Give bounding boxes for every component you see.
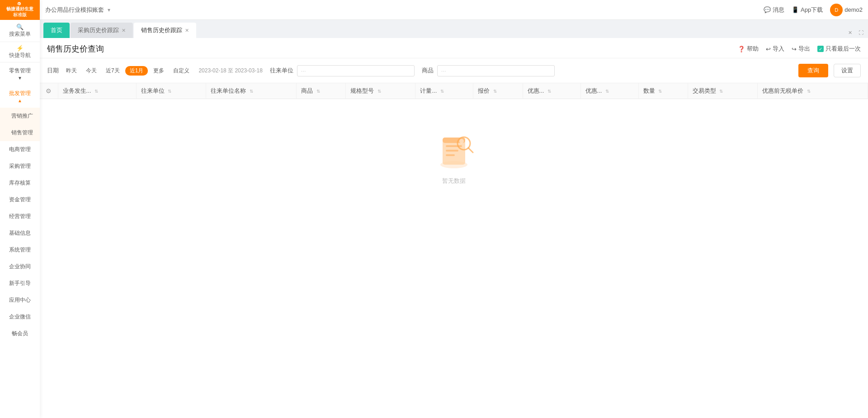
sidebar-item-wechat[interactable]: 企业微信	[0, 309, 40, 325]
sidebar-item-finance[interactable]: 资金管理	[0, 191, 40, 208]
import-icon: ↩	[766, 46, 771, 52]
message-button[interactable]: 💬 消息	[764, 6, 784, 14]
svg-line-9	[468, 148, 473, 152]
wholesale-label: 批发管理	[9, 90, 31, 97]
sidebar-item-operations[interactable]: 经营管理	[0, 208, 40, 225]
sort-icon-quoted-price: ⇅	[493, 89, 497, 94]
page-header-actions: ❓ 帮助 ↩ 导入 ↪ 导出 ✓ 只看最后一次	[738, 45, 861, 53]
app-name: 畅捷通好生意	[6, 6, 33, 12]
th-business-date[interactable]: 业务发生... ⇅	[58, 83, 136, 99]
th-settings[interactable]: ⚙	[40, 83, 58, 99]
th-discount1[interactable]: 优惠... ⇅	[523, 83, 580, 99]
th-transaction-type[interactable]: 交易类型 ⇅	[688, 83, 757, 99]
app-download-button[interactable]: 📱 App下载	[792, 6, 823, 14]
member-label: 畅会员	[12, 330, 28, 337]
sidebar-item-system[interactable]: 系统管理	[0, 242, 40, 258]
date-option-yesterday[interactable]: 昨天	[62, 66, 80, 76]
sidebar-item-purchase[interactable]: 采购管理	[0, 158, 40, 175]
purchase-label: 采购管理	[9, 162, 31, 170]
empty-illustration	[431, 126, 476, 171]
th-counterparty-code-label: 往来单位	[141, 87, 165, 94]
topbar-title: 办公用品行业模拟账套	[45, 6, 104, 14]
sidebar-item-wholesale[interactable]: 批发管理 ▲	[0, 85, 40, 108]
th-quantity[interactable]: 数量 ⇅	[638, 83, 688, 99]
help-label: 帮助	[747, 45, 759, 53]
tab-purchase-close[interactable]: ✕	[122, 28, 126, 33]
user-avatar-area[interactable]: D demo2	[830, 4, 863, 16]
query-button[interactable]: 查询	[798, 64, 828, 77]
product-label: 商品	[422, 66, 434, 75]
tab-sales-history[interactable]: 销售历史价跟踪 ✕	[134, 23, 196, 38]
sidebar-item-retail[interactable]: 零售管理 ▼	[0, 62, 40, 85]
sidebar-item-newbie[interactable]: 新手引导	[0, 275, 40, 292]
system-label: 系统管理	[9, 246, 31, 254]
import-button[interactable]: ↩ 导入	[766, 45, 784, 53]
product-input[interactable]: ···	[437, 65, 555, 76]
th-pretax-price-label: 优惠前无税单价	[762, 87, 803, 94]
th-unit[interactable]: 计量... ⇅	[415, 83, 473, 99]
counterparty-placeholder: ···	[301, 67, 306, 74]
svg-rect-5	[446, 145, 462, 147]
date-option-today[interactable]: 今天	[82, 66, 100, 76]
tab-home[interactable]: 首页	[43, 23, 70, 38]
counterparty-input[interactable]: ···	[297, 65, 415, 76]
date-option-custom[interactable]: 自定义	[170, 66, 193, 76]
newbie-label: 新手引导	[9, 280, 31, 287]
th-discount2-label: 优惠...	[585, 87, 602, 94]
sidebar-item-marketing[interactable]: 营销推广	[0, 108, 40, 124]
svg-point-10	[459, 139, 464, 143]
topbar-dropdown[interactable]: ▾	[108, 7, 110, 13]
th-counterparty-name[interactable]: 往来单位名称 ⇅	[206, 83, 297, 99]
date-option-7days[interactable]: 近7天	[102, 66, 123, 76]
th-quantity-label: 数量	[643, 87, 655, 94]
empty-state: 暂无数据	[40, 99, 868, 212]
sidebar-item-ecommerce[interactable]: 电商管理	[0, 141, 40, 158]
sidebar-item-sales[interactable]: 销售管理	[0, 124, 40, 141]
tab-sales-close[interactable]: ✕	[185, 28, 189, 33]
enterprise-label: 企业协同	[9, 263, 31, 271]
help-button[interactable]: ❓ 帮助	[738, 45, 759, 53]
main-area: 办公用品行业模拟账套 ▾ 💬 消息 📱 App下载 D demo2 首页	[40, 0, 868, 418]
th-business-date-label: 业务发生...	[63, 87, 91, 94]
th-spec[interactable]: 规格型号 ⇅	[346, 83, 415, 99]
sidebar-item-basic[interactable]: 基础信息	[0, 225, 40, 242]
date-option-1month[interactable]: 近1月	[125, 66, 148, 76]
date-option-more[interactable]: 更多	[150, 66, 168, 76]
sidebar-item-inventory[interactable]: 库存核算	[0, 175, 40, 191]
window-maximize-button[interactable]: ⛶	[857, 29, 864, 36]
table-header-row: ⚙ 业务发生... ⇅ 往来单位 ⇅ 往来单位名称 ⇅	[40, 83, 868, 99]
table-container: ⚙ 业务发生... ⇅ 往来单位 ⇅ 往来单位名称 ⇅	[40, 83, 868, 418]
th-discount2[interactable]: 优惠... ⇅	[580, 83, 638, 99]
sidebar-item-appstore[interactable]: 应用中心	[0, 292, 40, 309]
export-button[interactable]: ↪ 导出	[792, 45, 810, 53]
th-pretax-price[interactable]: 优惠前无税单价 ⇅	[758, 83, 868, 99]
th-counterparty-name-label: 往来单位名称	[211, 87, 246, 94]
phone-icon: 📱	[792, 6, 799, 13]
topbar-right: 💬 消息 📱 App下载 D demo2	[764, 4, 863, 16]
app-subtitle: 标准版	[13, 12, 27, 18]
ecommerce-label: 电商管理	[9, 146, 31, 153]
date-options: 昨天 今天 近7天 近1月 更多 自定义	[62, 66, 193, 76]
window-close-button[interactable]: ✕	[846, 29, 854, 36]
topbar-left: 办公用品行业模拟账套 ▾	[45, 6, 110, 14]
filter-area: 日期 昨天 今天 近7天 近1月 更多 自定义 2023-02-18 至 202…	[40, 58, 868, 83]
th-counterparty-code[interactable]: 往来单位 ⇅	[136, 83, 206, 99]
help-icon: ❓	[738, 46, 745, 52]
th-product[interactable]: 商品 ⇅	[296, 83, 345, 99]
th-unit-label: 计量...	[420, 87, 437, 94]
th-quoted-price[interactable]: 报价 ⇅	[473, 83, 523, 99]
empty-text: 暂无数据	[442, 177, 466, 185]
only-last-checkbox-area[interactable]: ✓ 只看最后一次	[817, 45, 861, 53]
sidebar-item-member[interactable]: 畅会员	[0, 325, 40, 342]
only-last-label: 只看最后一次	[826, 45, 861, 53]
wholesale-chevron: ▲	[18, 98, 22, 103]
tab-purchase-history[interactable]: 采购历史价跟踪 ✕	[71, 23, 133, 38]
sidebar-search[interactable]: 🔍 搜索菜单	[0, 20, 40, 42]
settings-button[interactable]: 设置	[834, 64, 861, 77]
content-area: 销售历史价查询 ❓ 帮助 ↩ 导入 ↪ 导出 ✓ 只看最后一次	[40, 38, 868, 418]
sort-icon-unit: ⇅	[440, 89, 444, 94]
only-last-checkbox[interactable]: ✓	[817, 46, 824, 52]
sidebar-item-enterprise[interactable]: 企业协同	[0, 258, 40, 275]
sidebar-shortcut[interactable]: ⚡ 快捷导航	[0, 42, 40, 62]
tab-home-label: 首页	[51, 26, 62, 34]
